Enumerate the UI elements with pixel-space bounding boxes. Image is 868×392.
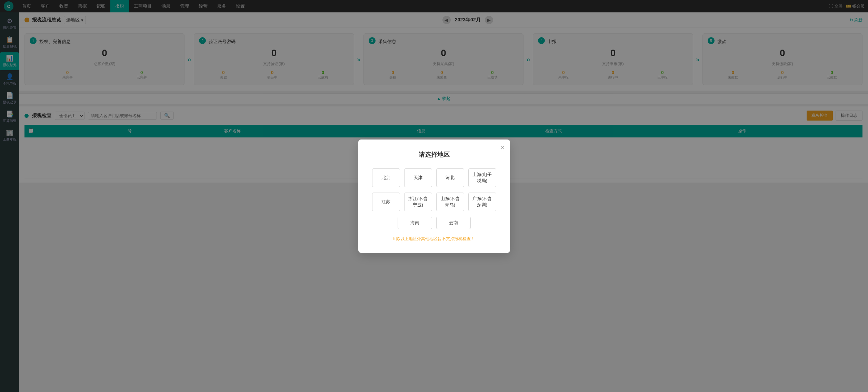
region-btn-海南[interactable]: 海南: [398, 217, 432, 229]
region-select-modal: × 请选择地区 北京天津河北上海(电子税局) 江苏浙江(不含宁波)山东(不含青岛…: [358, 140, 510, 253]
region-btn-广东(不含深圳)[interactable]: 广东(不含深圳): [468, 193, 496, 211]
region-btn-河北[interactable]: 河北: [436, 168, 464, 187]
region-btn-江苏[interactable]: 江苏: [372, 193, 400, 211]
region-btn-山东(不含青岛)[interactable]: 山东(不含青岛): [436, 193, 464, 211]
region-btn-云南[interactable]: 云南: [436, 217, 471, 229]
modal-overlay: × 请选择地区 北京天津河北上海(电子税局) 江苏浙江(不含宁波)山东(不含青岛…: [0, 0, 868, 392]
region-btn-北京[interactable]: 北京: [372, 168, 400, 187]
modal-title: 请选择地区: [372, 151, 496, 159]
region-btn-上海(电子税局)[interactable]: 上海(电子税局): [468, 168, 496, 187]
info-icon: ℹ: [393, 236, 395, 241]
region-row-1: 北京天津河北上海(电子税局): [372, 168, 496, 187]
region-btn-浙江(不含宁波)[interactable]: 浙江(不含宁波): [404, 193, 432, 211]
region-row-3: 海南云南: [372, 217, 496, 229]
modal-close-btn[interactable]: ×: [501, 144, 505, 151]
region-row-2: 江苏浙江(不含宁波)山东(不含青岛)广东(不含深圳): [372, 193, 496, 211]
modal-warning: ℹ 除以上地区外其他地区暂不支持报税检查！: [372, 236, 496, 242]
region-btn-天津[interactable]: 天津: [404, 168, 432, 187]
